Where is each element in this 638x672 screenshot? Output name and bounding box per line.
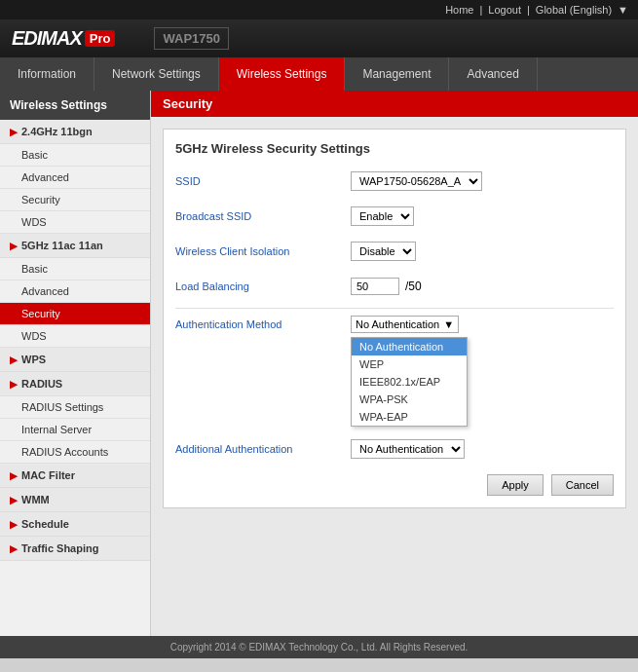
sidebar-section-mac-filter[interactable]: ▶ MAC Filter: [0, 464, 150, 488]
broadcast-ssid-label: Broadcast SSID: [175, 210, 351, 222]
sidebar-section-24ghz[interactable]: ▶ 2.4GHz 11bgn: [0, 120, 150, 144]
sep2: |: [527, 4, 530, 16]
header: EDIMAX Pro WAP1750: [0, 19, 638, 57]
footer-text: Copyright 2014 © EDIMAX Technology Co., …: [170, 642, 469, 653]
additional-auth-value: No Authentication: [351, 439, 614, 459]
client-isolation-select[interactable]: Disable: [351, 242, 416, 261]
dropdown-option-wpa-psk[interactable]: WPA-PSK: [352, 391, 467, 408]
nav-information[interactable]: Information: [0, 57, 94, 91]
arrow-traffic-shaping: ▶: [10, 543, 18, 554]
auth-method-row: Authentication Method No Authentication …: [175, 311, 614, 338]
load-balancing-value: /50: [351, 278, 614, 295]
ssid-value: WAP1750-05628A_A: [351, 171, 614, 191]
sidebar-item-advanced-24[interactable]: Advanced: [0, 167, 150, 189]
nav-wireless-settings[interactable]: Wireless Settings: [219, 57, 346, 91]
arrow-5ghz: ▶: [10, 241, 18, 251]
additional-auth-select[interactable]: No Authentication: [351, 439, 465, 459]
sidebar-schedule-label: Schedule: [21, 518, 69, 530]
sidebar-section-traffic-shaping[interactable]: ▶ Traffic Shaping: [0, 537, 150, 561]
sidebar-item-wds-5[interactable]: WDS: [0, 325, 150, 348]
home-link[interactable]: Home: [445, 4, 473, 16]
sidebar-item-radius-settings[interactable]: RADIUS Settings: [0, 396, 150, 419]
dropdown-option-wpa-eap[interactable]: WPA-EAP: [352, 408, 467, 426]
language-selector[interactable]: Global (English): [536, 4, 612, 16]
settings-section: 5GHz Wireless Security Settings SSID WAP…: [163, 129, 626, 508]
arrow-radius: ▶: [10, 379, 18, 390]
sidebar-section-5ghz[interactable]: ▶ 5GHz 11ac 11an: [0, 234, 150, 258]
sidebar-item-basic-5[interactable]: Basic: [0, 258, 150, 280]
sidebar-mac-filter-label: MAC Filter: [21, 469, 75, 481]
client-isolation-label: Wireless Client Isolation: [175, 245, 351, 257]
arrow-mac-filter: ▶: [10, 470, 18, 481]
sep1: |: [479, 4, 482, 16]
arrow-24ghz: ▶: [10, 127, 18, 137]
main-nav: Information Network Settings Wireless Se…: [0, 57, 638, 91]
footer: Copyright 2014 © EDIMAX Technology Co., …: [0, 636, 638, 658]
sidebar-wps-label: WPS: [21, 354, 46, 365]
sidebar-section-wps[interactable]: ▶ WPS: [0, 348, 150, 372]
client-isolation-row: Wireless Client Isolation Disable: [175, 238, 614, 265]
content-body: 5GHz Wireless Security Settings SSID WAP…: [151, 117, 638, 520]
logo-edimax: EDIMAX: [12, 27, 82, 50]
sidebar-title: Wireless Settings: [0, 91, 150, 120]
nav-management[interactable]: Management: [345, 57, 449, 91]
logo: EDIMAX Pro: [12, 27, 115, 50]
sidebar-item-security-5[interactable]: Security: [0, 303, 150, 325]
load-balancing-row: Load Balancing /50: [175, 273, 614, 300]
broadcast-ssid-value: Enable: [351, 206, 614, 226]
load-balancing-input[interactable]: [351, 278, 399, 295]
load-balancing-max: /50: [405, 280, 422, 293]
load-balancing-label: Load Balancing: [175, 280, 351, 292]
auth-method-label: Authentication Method: [175, 318, 351, 330]
button-row: Apply Cancel: [175, 474, 614, 496]
sidebar-section-schedule[interactable]: ▶ Schedule: [0, 512, 150, 537]
auth-method-selected-text: No Authentication: [356, 318, 439, 330]
broadcast-ssid-row: Broadcast SSID Enable: [175, 203, 614, 230]
auth-method-dropdown[interactable]: No Authentication ▼ No Authentication WE…: [351, 316, 459, 333]
sidebar-item-advanced-5[interactable]: Advanced: [0, 280, 150, 303]
ssid-select[interactable]: WAP1750-05628A_A: [351, 171, 482, 191]
content-title: Security: [151, 91, 638, 117]
section-title: 5GHz Wireless Security Settings: [175, 141, 614, 156]
dropdown-option-no-auth[interactable]: No Authentication: [352, 338, 467, 355]
sidebar-5ghz-label: 5GHz 11ac 11an: [21, 240, 103, 251]
auth-method-select-shown[interactable]: No Authentication ▼: [351, 316, 459, 333]
sidebar-item-basic-24[interactable]: Basic: [0, 144, 150, 167]
client-isolation-value: Disable: [351, 242, 614, 261]
sidebar-item-wds-24[interactable]: WDS: [0, 211, 150, 234]
arrow-wps: ▶: [10, 355, 18, 365]
nav-network-settings[interactable]: Network Settings: [94, 57, 219, 91]
sidebar-item-security-24[interactable]: Security: [0, 189, 150, 211]
sidebar-radius-label: RADIUS: [21, 378, 62, 390]
sidebar-wmm-label: WMM: [21, 494, 50, 505]
logo-pro: Pro: [85, 30, 116, 47]
ssid-label: SSID: [175, 175, 351, 187]
cancel-button[interactable]: Cancel: [551, 474, 614, 496]
content-area: Security 5GHz Wireless Security Settings…: [151, 91, 638, 636]
sidebar-item-radius-accounts[interactable]: RADIUS Accounts: [0, 441, 150, 464]
additional-auth-row: Additional Authentication No Authenticat…: [175, 435, 614, 463]
sidebar-section-radius[interactable]: ▶ RADIUS: [0, 372, 150, 396]
arrow-wmm: ▶: [10, 495, 18, 505]
auth-method-value: No Authentication ▼ No Authentication WE…: [351, 316, 614, 333]
model-name: WAP1750: [154, 27, 229, 50]
broadcast-ssid-select[interactable]: Enable: [351, 206, 414, 226]
auth-method-arrow: ▼: [443, 318, 454, 330]
dropdown-option-ieee8021x[interactable]: IEEE802.1x/EAP: [352, 373, 467, 391]
additional-auth-label: Additional Authentication: [175, 443, 351, 455]
sidebar-traffic-shaping-label: Traffic Shaping: [21, 542, 98, 554]
language-arrow: ▼: [618, 4, 628, 16]
dropdown-option-wep[interactable]: WEP: [352, 355, 467, 373]
apply-button[interactable]: Apply: [487, 474, 544, 496]
ssid-row: SSID WAP1750-05628A_A: [175, 168, 614, 195]
logout-link[interactable]: Logout: [488, 4, 521, 16]
sidebar-item-internal-server[interactable]: Internal Server: [0, 419, 150, 441]
nav-advanced[interactable]: Advanced: [449, 57, 537, 91]
main-layout: Wireless Settings ▶ 2.4GHz 11bgn Basic A…: [0, 91, 638, 636]
arrow-schedule: ▶: [10, 519, 18, 530]
sidebar-section-wmm[interactable]: ▶ WMM: [0, 488, 150, 512]
auth-method-dropdown-list: No Authentication WEP IEEE802.1x/EAP WPA…: [351, 337, 468, 427]
top-bar: Home | Logout | Global (English) ▼: [0, 0, 638, 19]
sidebar: Wireless Settings ▶ 2.4GHz 11bgn Basic A…: [0, 91, 151, 636]
sidebar-24ghz-label: 2.4GHz 11bgn: [21, 126, 93, 137]
